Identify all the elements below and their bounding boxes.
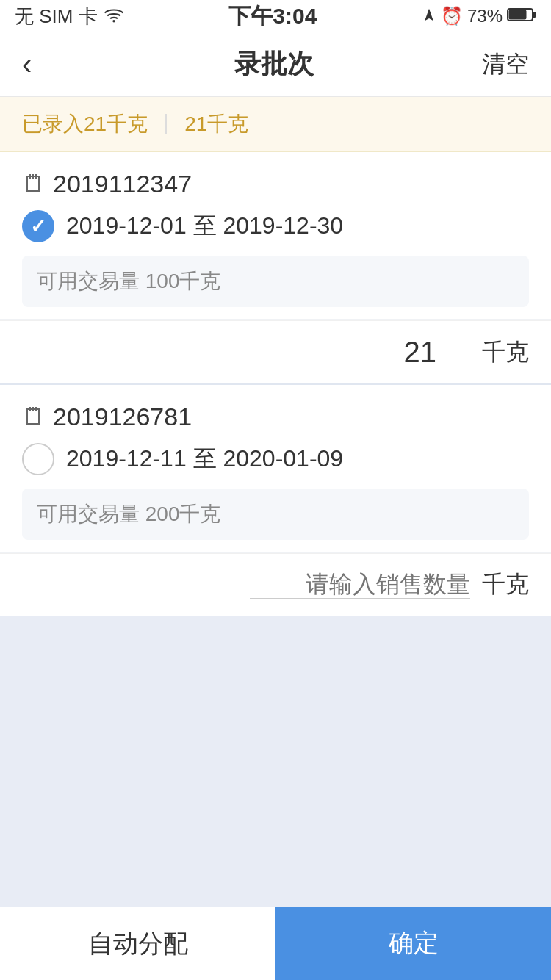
quantity-input-2[interactable]: [250, 571, 470, 599]
quantity-value-1: 21: [404, 336, 437, 369]
svg-point-0: [112, 20, 115, 22]
clear-button[interactable]: 清空: [482, 48, 529, 81]
batch-doc-icon-2: 🗒: [22, 403, 46, 430]
batch-id-1: 2019112347: [53, 170, 192, 198]
info-value: 21千克: [184, 110, 248, 138]
batch-date-1: 2019-12-01 至 2019-12-30: [66, 210, 343, 242]
batch-date-row-1[interactable]: 2019-12-01 至 2019-12-30: [0, 204, 551, 248]
batch-avail-row-2: 可用交易量 200千克: [22, 489, 529, 540]
batch-date-row-2[interactable]: 2019-12-11 至 2020-01-09: [0, 437, 551, 481]
quantity-unit-2: 千克: [482, 569, 529, 601]
battery-icon: [507, 6, 536, 26]
info-recorded-label: 已录入21千克: [22, 110, 148, 138]
page-title: 录批次: [234, 46, 314, 82]
batch-header-1: 🗒 2019112347: [0, 152, 551, 204]
wifi-icon: [104, 5, 124, 28]
info-divider: [165, 114, 167, 134]
status-right: ⏰ 73%: [422, 6, 536, 26]
auto-distribute-button[interactable]: 自动分配: [0, 907, 276, 980]
batch-card-1: 🗒 2019112347 2019-12-01 至 2019-12-30 可用交…: [0, 152, 551, 319]
status-bar: 无 SIM 卡 下午3:04 ⏰ 73%: [0, 0, 551, 32]
batch-avail-text-2: 可用交易量 200千克: [37, 502, 221, 525]
batch-id-2: 2019126781: [53, 403, 192, 431]
location-icon: [422, 6, 436, 26]
bottom-bar: 自动分配 确定: [0, 907, 551, 980]
quantity-row-1: 21 千克: [0, 320, 551, 383]
status-time: 下午3:04: [228, 1, 317, 32]
batch-header-2: 🗒 2019126781: [0, 385, 551, 437]
batch-date-2: 2019-12-11 至 2020-01-09: [66, 443, 343, 475]
quantity-unit-1: 千克: [482, 336, 529, 369]
quantity-input-row-2: 千克: [0, 553, 551, 616]
radio-unchecked-2[interactable]: [22, 443, 54, 475]
batch-avail-row-1: 可用交易量 100千克: [22, 256, 529, 307]
nav-bar: ‹ 录批次 清空: [0, 32, 551, 97]
radio-checked-1[interactable]: [22, 210, 54, 242]
back-button[interactable]: ‹: [22, 48, 66, 81]
batch-card-2: 🗒 2019126781 2019-12-11 至 2020-01-09 可用交…: [0, 385, 551, 552]
svg-rect-3: [508, 10, 526, 20]
confirm-button[interactable]: 确定: [276, 907, 551, 980]
no-sim-text: 无 SIM 卡: [15, 4, 98, 29]
battery-percent: 73%: [467, 6, 503, 26]
batch-avail-text-1: 可用交易量 100千克: [37, 270, 221, 292]
alarm-icon: ⏰: [441, 6, 463, 26]
batch-doc-icon-1: 🗒: [22, 170, 46, 198]
status-left: 无 SIM 卡: [15, 4, 124, 29]
content-area: 已录入21千克 21千克 🗒 2019112347 2019-12-01 至 2…: [0, 97, 551, 980]
info-banner: 已录入21千克 21千克: [0, 97, 551, 152]
svg-rect-2: [533, 12, 536, 18]
